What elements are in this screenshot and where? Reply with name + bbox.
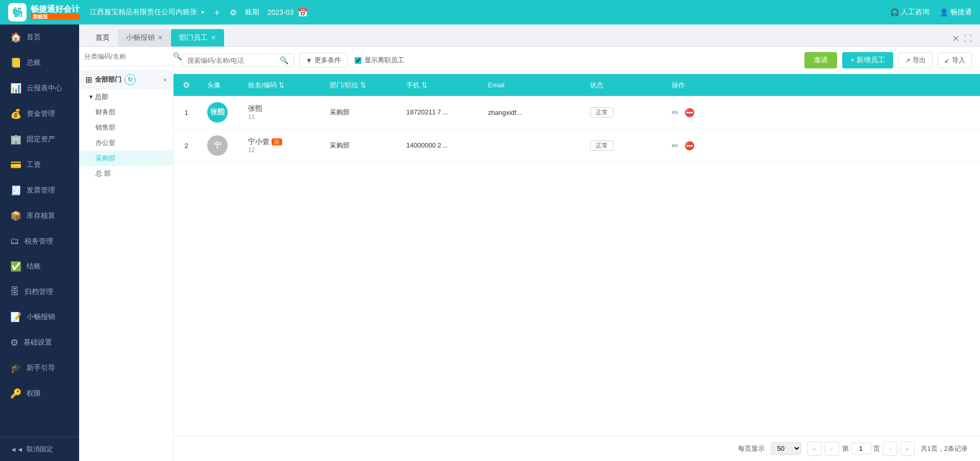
employee-table: ⚙ 头像 姓名/编码 ⇅ 部门/职位 ⇅ 手机 ⇅: [174, 74, 980, 162]
dept-item-finance[interactable]: 财务部: [79, 105, 173, 120]
status-tag: 应: [272, 138, 282, 145]
cancel-pin-button[interactable]: ◄◄ 取消固定: [0, 437, 79, 461]
export-button[interactable]: ↗ 导出: [898, 52, 933, 68]
sidebar-item-archive[interactable]: 🗄 归档管理: [0, 279, 79, 304]
company-name: 江西服宝精品有限责任公司内账张: [90, 8, 197, 17]
settings-icon[interactable]: ⚙: [230, 8, 237, 17]
sidebar-item-inventory[interactable]: 📦 库存核算: [0, 203, 79, 229]
tab-dept-emp-close[interactable]: ✕: [211, 34, 216, 41]
grid-icon: ⊞: [85, 75, 92, 85]
main-layout: 🏠 首页 📒 总账 📊 云报表中心 💰 资金管理 🏢 固定资产 💳 工资 🧾 发…: [0, 25, 980, 461]
emp-panel: 🔍 ▼ 更多条件 显示离职员工 邀请 + 新增员工 ↗: [174, 47, 980, 461]
home-icon: 🏠: [10, 32, 21, 43]
th-dept[interactable]: 部门/职位 ⇅: [322, 74, 398, 96]
import-button[interactable]: ↙ 导入: [938, 52, 972, 68]
user-menu[interactable]: 👤 畅捷通: [940, 8, 972, 17]
emp-search-icon[interactable]: 🔍: [280, 56, 288, 64]
service-label: 人工咨询: [901, 8, 929, 17]
dept-item-office[interactable]: 办公室: [79, 135, 173, 151]
tab-bar: 首页 小畅报销 ✕ 部门员工 ✕ ✕ ⛶: [79, 25, 980, 47]
th-name[interactable]: 姓名/编码 ⇅: [240, 74, 322, 96]
row-status: 正常: [582, 96, 664, 129]
first-page-button[interactable]: «: [807, 442, 822, 456]
content-area: 首页 小畅报销 ✕ 部门员工 ✕ ✕ ⛶ 🔍: [79, 25, 980, 461]
sidebar-item-salary[interactable]: 💳 工资: [0, 152, 79, 178]
dept-item-sales[interactable]: 销售部: [79, 120, 173, 135]
emp-search-input[interactable]: [187, 57, 277, 64]
per-page-label: 每页显示: [738, 444, 765, 453]
cancel-pin-label: 取消固定: [27, 445, 53, 454]
period-label: 账期: [245, 8, 259, 17]
tab-expand-icon[interactable]: ⛶: [964, 34, 972, 43]
tab-dept-emp-label: 部门员工: [179, 33, 208, 42]
sidebar-item-reports[interactable]: 📊 云报表中心: [0, 76, 79, 101]
logo-sub: 旗舰版: [31, 13, 80, 20]
more-icon[interactable]: ⛔: [684, 108, 695, 117]
next-page-button[interactable]: ›: [883, 442, 897, 456]
edit-icon[interactable]: ✏: [672, 108, 678, 117]
tab-restore-icon[interactable]: ✕: [952, 33, 960, 44]
export-label: 导出: [913, 56, 926, 65]
sidebar-item-assets[interactable]: 🏢 固定资产: [0, 127, 79, 152]
sidebar-item-close[interactable]: ✅ 结账: [0, 254, 79, 279]
tab-dept-emp[interactable]: 部门员工 ✕: [171, 29, 224, 46]
dept-item-purchase[interactable]: 采购部: [79, 151, 173, 166]
th-status: 状态: [582, 74, 664, 96]
dept-section-hq[interactable]: ▾ 总部: [79, 89, 173, 105]
prev-page-button[interactable]: ‹: [825, 442, 839, 456]
sidebar-label-ledger: 总账: [27, 58, 41, 67]
tab-expense-label: 小畅报销: [126, 33, 155, 42]
add-employee-button[interactable]: + 新增员工: [842, 52, 893, 68]
dept-item-hq[interactable]: 总 部: [79, 166, 173, 181]
row-phone: 18720211７...: [398, 96, 480, 129]
sidebar-item-ledger[interactable]: 📒 总账: [0, 50, 79, 76]
toolbar-right: 邀请 + 新增员工 ↗ 导出 ↙ 导入: [804, 52, 972, 68]
page-nav: « ‹ 第 页 › »: [807, 442, 915, 456]
dept-search-input[interactable]: [84, 53, 170, 60]
th-phone[interactable]: 手机 ⇅: [398, 74, 480, 96]
more-icon[interactable]: ⛔: [684, 141, 695, 151]
topbar-right: 🎧 人工咨询 👤 畅捷通: [890, 8, 972, 17]
logo-icon: 畅: [8, 3, 27, 21]
refresh-icon[interactable]: ↻: [125, 74, 136, 85]
invite-button[interactable]: 邀请: [804, 52, 837, 68]
th-action: 操作: [664, 74, 980, 96]
sidebar-item-expense[interactable]: 📝 小畅报销: [0, 304, 79, 330]
import-icon: ↙: [944, 57, 950, 64]
calendar-icon[interactable]: 📅: [298, 8, 308, 17]
filter-button[interactable]: ▼ 更多条件: [299, 53, 348, 68]
page-size-select: 50 100: [771, 442, 801, 455]
sidebar-item-funds[interactable]: 💰 资金管理: [0, 101, 79, 127]
collapse-icon[interactable]: «: [163, 76, 167, 83]
show-resigned-checkbox[interactable]: [355, 57, 361, 64]
tab-expense-close[interactable]: ✕: [158, 34, 163, 41]
sidebar-item-settings[interactable]: ⚙ 基础设置: [0, 330, 79, 355]
emp-search-box: 🔍: [182, 54, 294, 67]
sidebar-item-invoice[interactable]: 🧾 发票管理: [0, 178, 79, 203]
emp-code: 11: [248, 113, 313, 120]
tab-home[interactable]: 首页: [87, 29, 118, 46]
service-button[interactable]: 🎧 人工咨询: [890, 8, 929, 17]
page-number-input[interactable]: [851, 443, 871, 454]
emp-code: 12: [248, 147, 313, 154]
sidebar-item-tax[interactable]: 🗂 税务管理: [0, 229, 79, 254]
row-status: 正常: [582, 129, 664, 162]
dept-search: 🔍: [79, 47, 173, 66]
tax-icon: 🗂: [10, 236, 19, 247]
sidebar-item-guide[interactable]: 🎓 新手引导: [0, 355, 79, 381]
sidebar-label-assets: 固定资产: [27, 135, 55, 144]
last-page-button[interactable]: »: [900, 442, 915, 456]
sidebar-item-home[interactable]: 🏠 首页: [0, 25, 79, 50]
add-company-button[interactable]: ＋: [212, 6, 222, 18]
inner-content: 🔍 ⊞ 全部部门 ↻ « ▾ 总部 财务部 销售部 办公室 采购部 总 部: [79, 47, 980, 461]
page-size-dropdown[interactable]: 50 100: [771, 442, 801, 455]
dept-all[interactable]: ⊞ 全部部门 ↻ «: [79, 70, 173, 89]
edit-icon[interactable]: ✏: [672, 141, 678, 151]
tab-expense[interactable]: 小畅报销 ✕: [118, 29, 171, 46]
avatar: 宁: [207, 135, 228, 156]
perm-icon: 🔑: [10, 388, 21, 399]
company-dropdown[interactable]: ▾: [201, 9, 204, 16]
sidebar-item-perm[interactable]: 🔑 权限: [0, 381, 79, 406]
page-suffix: 页: [873, 444, 880, 453]
table-settings-icon[interactable]: ⚙: [183, 81, 190, 89]
